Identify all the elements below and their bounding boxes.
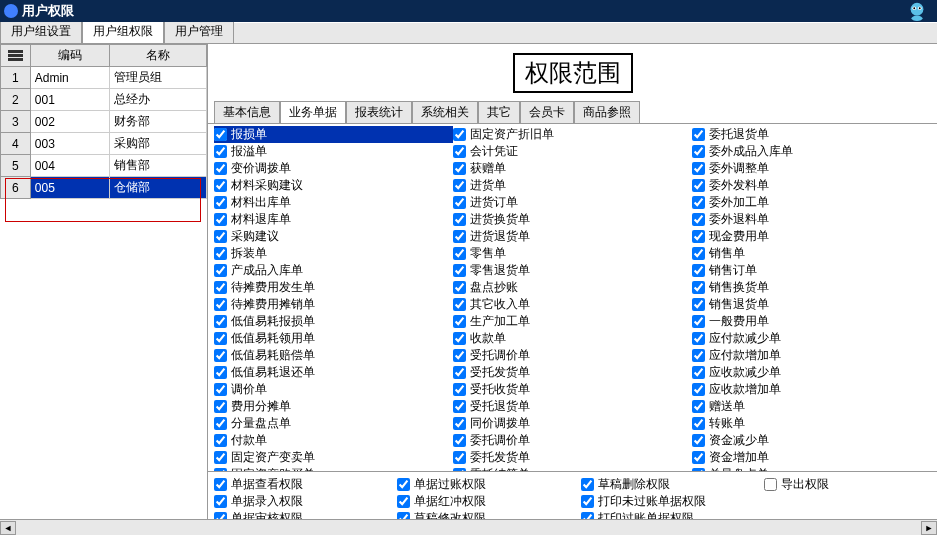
table-row[interactable]: 1Admin管理员组 [1, 67, 207, 89]
perm-item[interactable]: 赠送单 [692, 398, 931, 415]
perm-item[interactable]: 销售换货单 [692, 279, 931, 296]
perm-checkbox[interactable] [453, 400, 466, 413]
cell-code[interactable]: 002 [30, 111, 109, 133]
perm-checkbox[interactable] [214, 468, 227, 472]
row-header[interactable]: 1 [1, 67, 31, 89]
perm-checkbox[interactable] [692, 434, 705, 447]
perm-item[interactable]: 委托结算单 [453, 466, 692, 472]
footer-perm-checkbox[interactable] [214, 478, 227, 491]
cell-name[interactable]: 销售部 [110, 155, 207, 177]
perm-item[interactable]: 固定资产变卖单 [214, 449, 453, 466]
perm-checkbox[interactable] [214, 349, 227, 362]
perm-item[interactable]: 受托退货单 [453, 398, 692, 415]
perm-item[interactable]: 委托调价单 [453, 432, 692, 449]
footer-perm-item[interactable]: 导出权限 [764, 476, 931, 493]
table-row[interactable]: 6005仓储部 [1, 177, 207, 199]
perm-item[interactable]: 进货换货单 [453, 211, 692, 228]
perm-item[interactable]: 销售订单 [692, 262, 931, 279]
perm-checkbox[interactable] [453, 366, 466, 379]
perm-checkbox[interactable] [453, 332, 466, 345]
tab-0[interactable]: 用户组设置 [0, 19, 82, 43]
perm-checkbox[interactable] [214, 298, 227, 311]
perm-checkbox[interactable] [692, 417, 705, 430]
footer-perm-item[interactable]: 单据查看权限 [214, 476, 397, 493]
perm-checkbox[interactable] [453, 128, 466, 141]
tab-1[interactable]: 用户组权限 [82, 19, 164, 43]
perm-checkbox[interactable] [214, 264, 227, 277]
perm-checkbox[interactable] [453, 247, 466, 260]
perm-item[interactable]: 费用分摊单 [214, 398, 453, 415]
perm-checkbox[interactable] [214, 400, 227, 413]
subtab-5[interactable]: 会员卡 [520, 101, 574, 123]
perm-checkbox[interactable] [214, 451, 227, 464]
scroll-left-button[interactable]: ◄ [0, 521, 16, 535]
perm-checkbox[interactable] [214, 162, 227, 175]
perm-checkbox[interactable] [453, 434, 466, 447]
perm-item[interactable]: 零售退货单 [453, 262, 692, 279]
footer-perm-item[interactable]: 单据红冲权限 [397, 493, 580, 510]
perm-item[interactable]: 总量盘点单 [692, 466, 931, 472]
perm-item[interactable]: 材料采购建议 [214, 177, 453, 194]
perm-checkbox[interactable] [692, 162, 705, 175]
footer-perm-checkbox[interactable] [581, 495, 594, 508]
perm-item[interactable]: 报溢单 [214, 143, 453, 160]
perm-item[interactable]: 生产加工单 [453, 313, 692, 330]
footer-perm-checkbox[interactable] [764, 478, 777, 491]
perm-item[interactable]: 委托退货单 [692, 126, 931, 143]
perm-item[interactable]: 应付款减少单 [692, 330, 931, 347]
subtab-1[interactable]: 业务单据 [280, 101, 346, 123]
perm-checkbox[interactable] [214, 213, 227, 226]
perm-item[interactable]: 资金增加单 [692, 449, 931, 466]
perm-checkbox[interactable] [453, 213, 466, 226]
perm-checkbox[interactable] [692, 196, 705, 209]
perm-item[interactable]: 待摊费用发生单 [214, 279, 453, 296]
perm-checkbox[interactable] [692, 400, 705, 413]
cell-code[interactable]: 005 [30, 177, 109, 199]
perm-item[interactable]: 低值易耗领用单 [214, 330, 453, 347]
perm-checkbox[interactable] [214, 145, 227, 158]
cell-name[interactable]: 总经办 [110, 89, 207, 111]
perm-checkbox[interactable] [692, 128, 705, 141]
perm-item[interactable]: 低值易耗赔偿单 [214, 347, 453, 364]
footer-perm-checkbox[interactable] [397, 495, 410, 508]
perm-checkbox[interactable] [692, 247, 705, 260]
perm-item[interactable]: 固定资产折旧单 [453, 126, 692, 143]
perm-item[interactable]: 应付款增加单 [692, 347, 931, 364]
perm-item[interactable]: 委外调整单 [692, 160, 931, 177]
row-header[interactable]: 3 [1, 111, 31, 133]
cell-code[interactable]: Admin [30, 67, 109, 89]
perm-item[interactable]: 委托发货单 [453, 449, 692, 466]
perm-checkbox[interactable] [692, 349, 705, 362]
perm-item[interactable]: 材料出库单 [214, 194, 453, 211]
perm-checkbox[interactable] [692, 179, 705, 192]
perm-item[interactable]: 现金费用单 [692, 228, 931, 245]
cell-code[interactable]: 003 [30, 133, 109, 155]
perm-item[interactable]: 应收款增加单 [692, 381, 931, 398]
perm-checkbox[interactable] [214, 128, 227, 141]
grid-header-name[interactable]: 名称 [110, 45, 207, 67]
perm-checkbox[interactable] [214, 281, 227, 294]
perm-checkbox[interactable] [453, 179, 466, 192]
table-row[interactable]: 2001总经办 [1, 89, 207, 111]
row-header[interactable]: 4 [1, 133, 31, 155]
footer-perm-item[interactable]: 单据录入权限 [214, 493, 397, 510]
perm-item[interactable]: 委外发料单 [692, 177, 931, 194]
perm-item[interactable]: 资金减少单 [692, 432, 931, 449]
footer-perm-checkbox[interactable] [581, 478, 594, 491]
perm-checkbox[interactable] [692, 383, 705, 396]
cell-name[interactable]: 采购部 [110, 133, 207, 155]
perm-item[interactable]: 应收款减少单 [692, 364, 931, 381]
permissions-scroll[interactable]: 报损单报溢单变价调拨单材料采购建议材料出库单材料退库单采购建议拆装单产成品入库单… [208, 124, 937, 472]
perm-item[interactable]: 待摊费用摊销单 [214, 296, 453, 313]
grid-scrollbar[interactable]: ◄ ► [0, 519, 937, 535]
footer-perm-item[interactable]: 草稿删除权限 [581, 476, 764, 493]
cell-code[interactable]: 004 [30, 155, 109, 177]
footer-perm-item[interactable]: 单据过账权限 [397, 476, 580, 493]
perm-checkbox[interactable] [453, 298, 466, 311]
perm-item[interactable]: 委外加工单 [692, 194, 931, 211]
row-header[interactable]: 5 [1, 155, 31, 177]
perm-checkbox[interactable] [692, 264, 705, 277]
perm-checkbox[interactable] [453, 468, 466, 472]
perm-item[interactable]: 委外退料单 [692, 211, 931, 228]
perm-item[interactable]: 拆装单 [214, 245, 453, 262]
